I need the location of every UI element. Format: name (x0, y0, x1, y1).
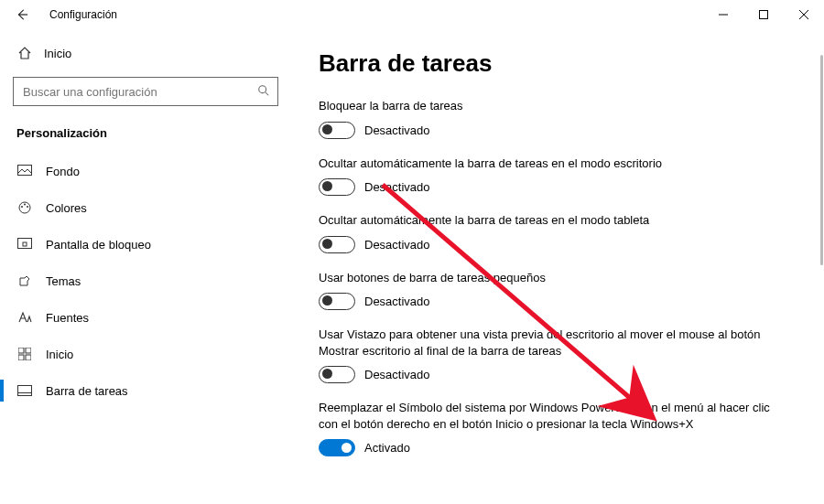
svg-rect-17 (18, 386, 32, 396)
setting-label: Ocultar automáticamente la barra de tare… (319, 212, 787, 229)
start-icon (16, 348, 33, 360)
search-input[interactable] (23, 85, 257, 99)
setting-label: Usar botones de barra de tareas pequeños (319, 270, 787, 286)
svg-rect-13 (18, 348, 24, 353)
page-heading: Barra de tareas (319, 49, 787, 78)
minimize-icon (719, 10, 728, 19)
setting-option: Ocultar automáticamente la barra de tare… (319, 212, 787, 253)
setting-label: Reemplazar el Símbolo del sistema por Wi… (319, 400, 787, 432)
setting-option: Usar Vistazo para obtener una vista prev… (319, 327, 787, 383)
sidebar-item-label: Temas (46, 274, 81, 288)
picture-icon (16, 165, 33, 177)
svg-rect-6 (18, 166, 32, 176)
palette-icon (16, 200, 33, 215)
toggle-state-label: Desactivado (364, 180, 430, 194)
sidebar-item-colores[interactable]: Colores (13, 189, 278, 226)
sidebar-item-label: Barra de tareas (46, 384, 128, 398)
sidebar-item-label: Colores (46, 201, 87, 215)
arrow-left-icon (16, 8, 28, 21)
close-icon (799, 10, 808, 19)
svg-line-5 (266, 91, 269, 95)
sidebar-nav: Fondo Colores Pantalla de bloqueo Temas … (13, 153, 278, 409)
sidebar-item-temas[interactable]: Temas (13, 263, 278, 299)
setting-option: Bloquear la barra de tareasDesactivado (319, 98, 787, 139)
sidebar-item-fuentes[interactable]: Fuentes (13, 299, 278, 336)
sidebar: Inicio Personalización Fondo Colores Pan… (0, 29, 291, 504)
sidebar-home[interactable]: Inicio (13, 38, 278, 68)
sidebar-item-label: Fondo (46, 165, 80, 178)
minimize-button[interactable] (703, 0, 743, 29)
themes-icon (16, 273, 33, 288)
toggle-state-label: Desactivado (364, 123, 430, 137)
svg-rect-12 (23, 242, 27, 246)
toggle-switch[interactable] (319, 236, 355, 253)
svg-point-10 (27, 206, 28, 208)
setting-option: Reemplazar el Símbolo del sistema por Wi… (319, 400, 787, 456)
window-controls (703, 0, 824, 29)
toggle-switch[interactable] (319, 366, 355, 383)
sidebar-item-inicio[interactable]: Inicio (13, 336, 278, 372)
maximize-button[interactable] (743, 0, 784, 29)
sidebar-item-barra-tareas[interactable]: Barra de tareas (13, 372, 278, 409)
window-title: Configuración (49, 8, 117, 21)
toggle-switch[interactable] (319, 293, 355, 310)
setting-label: Ocultar automáticamente la barra de tare… (319, 155, 787, 172)
title-bar: Configuración (0, 0, 824, 29)
content-area: Barra de tareas Bloquear la barra de tar… (291, 29, 824, 504)
svg-rect-15 (18, 355, 24, 360)
toggle-switch[interactable] (319, 122, 355, 139)
maximize-icon (759, 10, 768, 19)
sidebar-item-fondo[interactable]: Fondo (13, 153, 278, 189)
toggle-switch[interactable] (319, 178, 355, 196)
fonts-icon (16, 311, 33, 324)
lock-screen-icon (16, 238, 33, 251)
toggle-switch[interactable] (319, 439, 355, 456)
toggle-state-label: Desactivado (364, 368, 430, 381)
sidebar-item-label: Inicio (46, 348, 73, 361)
svg-rect-11 (18, 239, 32, 249)
taskbar-icon (16, 385, 33, 396)
setting-option: Usar botones de barra de tareas pequeños… (319, 270, 787, 311)
svg-point-4 (259, 85, 266, 92)
sidebar-item-label: Fuentes (46, 311, 89, 325)
svg-rect-14 (26, 348, 31, 353)
toggle-state-label: Activado (364, 441, 410, 455)
close-button[interactable] (784, 0, 824, 29)
sidebar-item-pantalla-bloqueo[interactable]: Pantalla de bloqueo (13, 226, 278, 263)
home-icon (16, 46, 33, 60)
back-button[interactable] (11, 4, 33, 26)
svg-point-8 (21, 206, 23, 208)
sidebar-item-label: Pantalla de bloqueo (46, 238, 151, 252)
sidebar-section-label: Personalización (16, 126, 278, 140)
svg-rect-1 (760, 11, 768, 19)
sidebar-home-label: Inicio (44, 47, 71, 60)
svg-point-9 (24, 204, 26, 206)
setting-label: Usar Vistazo para obtener una vista prev… (319, 327, 787, 359)
svg-rect-16 (26, 355, 31, 360)
search-box[interactable] (13, 77, 278, 106)
toggle-state-label: Desactivado (364, 295, 430, 308)
setting-label: Bloquear la barra de tareas (319, 98, 787, 114)
setting-option: Ocultar automáticamente la barra de tare… (319, 155, 787, 197)
toggle-state-label: Desactivado (364, 238, 430, 252)
scrollbar[interactable] (820, 55, 823, 265)
search-icon (257, 84, 270, 100)
